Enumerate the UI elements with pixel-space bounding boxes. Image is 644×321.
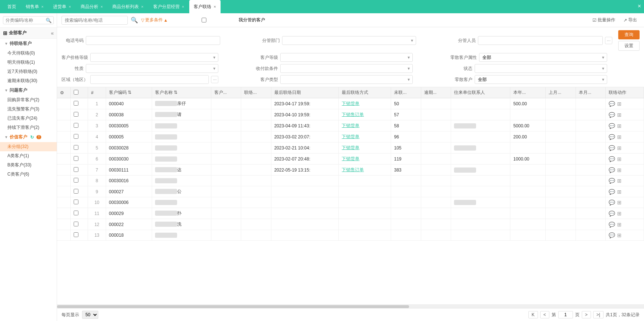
row-checkbox[interactable] — [74, 101, 78, 106]
checkbox-cell[interactable] — [70, 98, 88, 109]
row-checkbox[interactable] — [74, 232, 78, 237]
status-select[interactable] — [475, 64, 607, 73]
sidebar-item-c-class[interactable]: C类客户(6) — [0, 170, 57, 179]
overdue-col-header[interactable]: 逾期... — [421, 87, 451, 98]
prev-page-button[interactable]: < — [540, 311, 549, 318]
nav-tab-home[interactable]: 首页 — [3, 0, 21, 13]
my-customers-checkbox-label[interactable]: 我分管的客户 — [171, 17, 265, 23]
zero-attr-select[interactable]: 全部 — [479, 53, 607, 62]
contact-col-header[interactable]: 联络... — [241, 87, 271, 98]
checkbox-cell[interactable] — [70, 176, 88, 186]
scrollbar-thumb[interactable] — [57, 305, 409, 308]
close-analysis-icon[interactable]: × — [101, 4, 103, 9]
close-contact-icon[interactable]: × — [214, 4, 216, 9]
customer-level-select[interactable] — [280, 53, 413, 62]
pending-group-header[interactable]: ▼ 待联络客户 — [0, 39, 57, 49]
chat-icon[interactable]: 💬 — [609, 112, 615, 118]
phone-input[interactable] — [86, 36, 220, 45]
sidebar-item-attrition-warning[interactable]: 流失预警客户(3) — [0, 105, 57, 114]
chat-icon[interactable]: 💬 — [609, 156, 615, 162]
select-all-checkbox[interactable] — [74, 90, 78, 95]
grid-action-icon[interactable]: ⊞ — [617, 189, 622, 195]
chat-icon[interactable]: 💬 — [609, 211, 615, 216]
dept-select[interactable] — [282, 36, 416, 45]
grid-action-icon[interactable]: ⊞ — [617, 211, 622, 216]
refresh-icon[interactable]: ↻ — [30, 135, 34, 140]
chat-icon[interactable]: 💬 — [609, 222, 615, 227]
grid-action-icon[interactable]: ⊞ — [617, 134, 622, 140]
chat-icon[interactable]: 💬 — [609, 178, 615, 184]
checkbox-cell[interactable] — [70, 142, 88, 154]
price-level-select[interactable] — [90, 53, 218, 62]
search-input[interactable] — [61, 16, 128, 25]
sidebar-item-b-class[interactable]: B类客户(33) — [0, 160, 57, 170]
export-button[interactable]: ↗ 导出 — [621, 15, 640, 25]
contact-method-link[interactable]: 下销货单 — [342, 145, 359, 150]
customer-type-select[interactable] — [280, 75, 413, 84]
checkbox-cell[interactable] — [70, 219, 88, 230]
name-col-header[interactable]: 客户名称 ⇅ — [152, 87, 211, 98]
chat-icon[interactable]: 💬 — [609, 123, 615, 129]
close-purchase-icon[interactable]: × — [68, 4, 71, 9]
contact-method-link[interactable]: 下销货单 — [342, 123, 359, 128]
row-checkbox[interactable] — [74, 145, 78, 150]
last-contact-date-col-header[interactable]: 最后联络日期 — [271, 87, 339, 98]
checkbox-cell[interactable] — [70, 154, 88, 165]
row-checkbox[interactable] — [74, 178, 78, 183]
all-customers-header[interactable]: ⊞ 全部客户 « — [0, 28, 57, 39]
my-customers-checkbox[interactable] — [171, 18, 237, 22]
checkbox-cell[interactable] — [70, 186, 88, 197]
sidebar-item-declining[interactable]: 持续下滑客户(2) — [0, 123, 57, 132]
checkbox-cell[interactable] — [70, 197, 88, 208]
sidebar-item-a-class[interactable]: A类客户(1) — [0, 151, 57, 160]
more-conditions-button[interactable]: ▽ 更多条件 ▲ — [141, 17, 168, 23]
grid-action-icon[interactable]: ⊞ — [617, 101, 622, 107]
last-month-col-header[interactable]: 上月... — [546, 87, 576, 98]
grid-action-icon[interactable]: ⊞ — [617, 232, 622, 238]
next-page-button[interactable]: > — [582, 311, 591, 318]
close-crm-icon[interactable]: × — [182, 4, 184, 9]
chat-icon[interactable]: 💬 — [609, 200, 615, 205]
zero-customer-select[interactable]: 全部 — [475, 75, 607, 84]
sidebar-item-ungrouped[interactable]: 未分组(32) — [0, 142, 57, 151]
grid-action-icon[interactable]: ⊞ — [617, 123, 622, 129]
nav-tab-purchase[interactable]: 进货单 × — [49, 0, 75, 13]
chat-icon[interactable]: 💬 — [609, 101, 615, 107]
contact-person-col-header[interactable]: 往来单位联系人 — [451, 87, 510, 98]
close-sales-icon[interactable]: × — [41, 4, 43, 9]
window-close-button[interactable]: × — [638, 3, 641, 10]
row-checkbox[interactable] — [74, 189, 78, 194]
row-checkbox[interactable] — [74, 167, 78, 172]
problem-group-header[interactable]: ▼ 问题客户 — [0, 85, 57, 95]
checkbox-cell[interactable] — [70, 131, 88, 142]
person-input[interactable] — [478, 36, 603, 45]
sidebar-item-7days[interactable]: 近7天待联络(0) — [0, 67, 57, 76]
contact-method-link[interactable]: 下销货单 — [342, 101, 359, 106]
last-contact-method-col-header[interactable]: 最后联络方式 — [339, 87, 391, 98]
contact-method-link[interactable]: 下销货单 — [342, 156, 359, 161]
close-analysis-list-icon[interactable]: × — [141, 4, 143, 9]
contact-method-link[interactable]: 下销货单 — [342, 134, 359, 139]
sidebar-item-lost[interactable]: 已流失客户(24) — [0, 114, 57, 123]
search-button[interactable]: 🔍 — [131, 17, 138, 24]
nav-tab-sales[interactable]: 销售单 × — [21, 0, 48, 13]
chat-icon[interactable]: 💬 — [609, 167, 615, 173]
checkbox-col-header[interactable] — [70, 87, 88, 98]
chat-icon[interactable]: 💬 — [609, 134, 615, 140]
row-checkbox[interactable] — [74, 112, 78, 117]
row-checkbox[interactable] — [74, 200, 78, 204]
grid-action-icon[interactable]: ⊞ — [617, 178, 622, 184]
grid-action-icon[interactable]: ⊞ — [617, 112, 622, 118]
checkbox-cell[interactable] — [70, 230, 88, 241]
payment-select[interactable] — [280, 64, 413, 73]
grid-action-icon[interactable]: ⊞ — [617, 200, 622, 205]
type-col-header[interactable]: 客户... — [211, 87, 241, 98]
area-dots-button[interactable]: ··· — [211, 76, 218, 83]
chat-icon[interactable]: 💬 — [609, 145, 615, 151]
first-page-button[interactable]: K — [528, 311, 538, 318]
sidebar-item-tomorrow[interactable]: 明天待联络(1) — [0, 58, 57, 67]
reset-button[interactable]: 设置 — [618, 41, 640, 51]
contact-method-link[interactable]: 下销售订单 — [342, 112, 364, 117]
nav-tab-contact[interactable]: 客户联络 × — [189, 0, 220, 13]
per-page-select[interactable]: 50 — [82, 311, 98, 319]
